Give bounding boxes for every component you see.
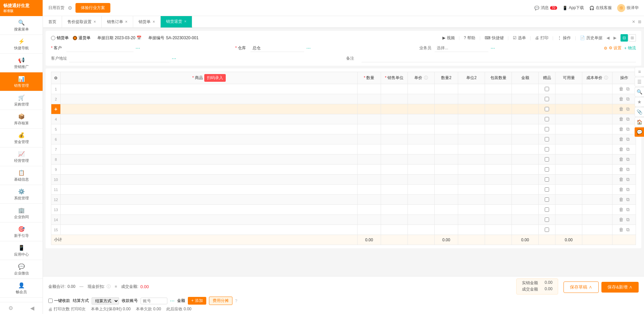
sidebar-item-sales[interactable]: 📊 销售管理 bbox=[0, 72, 43, 91]
row-1-price[interactable] bbox=[408, 84, 435, 94]
row-3-unit[interactable] bbox=[381, 104, 408, 114]
form-logistics-btn[interactable]: + 物流 bbox=[624, 45, 636, 51]
row-3-copy-icon[interactable]: ⧉ bbox=[626, 106, 630, 112]
staff-dots-btn[interactable]: ··· bbox=[490, 45, 495, 51]
row-9-copy-icon[interactable]: ⧉ bbox=[626, 167, 630, 172]
row-3-product[interactable] bbox=[61, 104, 358, 114]
row-10-delete-icon[interactable]: 🗑 bbox=[619, 177, 624, 182]
row-3-qty2[interactable] bbox=[435, 104, 458, 114]
sidebar-item-quicknav[interactable]: ⚡ 快捷导航 bbox=[0, 35, 43, 54]
sidebar-item-system[interactable]: ⚙️ 系统管理 bbox=[0, 185, 43, 204]
row-6-delete-icon[interactable]: 🗑 bbox=[619, 136, 624, 142]
sidebar-item-inventory[interactable]: 📦 库存核算 bbox=[0, 110, 43, 129]
row-1-amount[interactable] bbox=[512, 84, 539, 94]
row-2-product[interactable] bbox=[61, 94, 358, 104]
ribbon-item-4[interactable]: ★ bbox=[635, 97, 644, 107]
toolbar-ops-btn[interactable]: ⋮ 操作 bbox=[557, 35, 571, 41]
scan-input-btn[interactable]: 扫码录入 bbox=[204, 74, 226, 82]
row-15-copy-icon[interactable]: ⧉ bbox=[626, 227, 630, 233]
row-2-copy-icon[interactable]: ⧉ bbox=[626, 96, 630, 102]
row-11-delete-icon[interactable]: 🗑 bbox=[619, 187, 624, 192]
sidebar-item-wechat[interactable]: 💬 企业微信 bbox=[0, 260, 43, 279]
radio-return-input[interactable] bbox=[73, 36, 77, 40]
row-3-gift[interactable] bbox=[539, 104, 555, 114]
row-3-gift-check[interactable] bbox=[545, 107, 549, 111]
row-11-gift-check[interactable] bbox=[545, 187, 549, 192]
online-service-btn[interactable]: 🎧 在线客服 bbox=[589, 5, 612, 11]
row-4-copy-icon[interactable]: ⧉ bbox=[626, 116, 630, 122]
nav-next-icon[interactable]: ▶ bbox=[613, 36, 616, 40]
sidebar-item-finance[interactable]: 💰 资金管理 bbox=[0, 129, 43, 147]
form-settings-btn[interactable]: ⚙ ⚙ 设置 bbox=[604, 45, 622, 51]
row-13-copy-icon[interactable]: ⧉ bbox=[626, 207, 630, 212]
row-1-qty2[interactable] bbox=[435, 84, 458, 94]
row-11-copy-icon[interactable]: ⧉ bbox=[626, 187, 630, 192]
row-2-pkg[interactable] bbox=[485, 94, 512, 104]
warehouse-dots-btn[interactable]: ··· bbox=[306, 45, 311, 51]
row-14-gift-check[interactable] bbox=[545, 217, 549, 222]
row-12-copy-icon[interactable]: ⧉ bbox=[626, 197, 630, 202]
row-3-pkg[interactable] bbox=[485, 104, 512, 114]
row-13-gift-check[interactable] bbox=[545, 207, 549, 212]
row-1-unit2[interactable] bbox=[458, 84, 485, 94]
toolbar-select-btn[interactable]: ☑ 选单 bbox=[513, 35, 526, 41]
sidebar-item-apps[interactable]: 📱 应用中心 bbox=[0, 241, 43, 260]
row-7-copy-icon[interactable]: ⧉ bbox=[626, 146, 630, 152]
warehouse-input[interactable] bbox=[251, 44, 304, 52]
save-draft-btn[interactable]: 保存草稿 ∧ bbox=[564, 281, 599, 293]
row-1-gift[interactable] bbox=[539, 84, 555, 94]
sidebar-item-basic[interactable]: 📋 基础信息 bbox=[0, 166, 43, 185]
sidebar-item-search[interactable]: 🔍 搜索菜单 bbox=[0, 16, 43, 35]
row-14-delete-icon[interactable]: 🗑 bbox=[619, 217, 624, 223]
sidebar-item-member[interactable]: 👤 畅会员 bbox=[0, 279, 43, 298]
message-btn[interactable]: 💬 消息 70 bbox=[534, 5, 557, 11]
sidebar-item-operations[interactable]: 📈 经营管理 bbox=[0, 147, 43, 166]
save-new-btn[interactable]: 保存&新增 ∧ bbox=[601, 282, 639, 293]
expense-help-icon[interactable]: ? bbox=[235, 299, 237, 303]
user-btn[interactable]: 徐 徐泽华 bbox=[617, 4, 639, 12]
topbar-gear-icon[interactable]: ⚙ bbox=[68, 5, 72, 11]
row-7-gift-check[interactable] bbox=[545, 147, 549, 151]
collapse-icon[interactable]: ◀ bbox=[30, 305, 34, 311]
row-2-delete-icon[interactable]: 🗑 bbox=[619, 96, 624, 102]
row-15-gift-check[interactable] bbox=[545, 228, 549, 232]
sidebar-item-enterprise[interactable]: 🏢 企业协同 bbox=[0, 204, 43, 223]
ribbon-item-7[interactable]: 💬 bbox=[635, 127, 644, 137]
tab-home[interactable]: 首页 bbox=[43, 16, 62, 27]
view-card-btn[interactable]: ⊞ bbox=[629, 34, 636, 42]
row-3-delete-icon[interactable]: 🗑 bbox=[619, 106, 624, 112]
app-download-btn[interactable]: 📱 App下载 bbox=[562, 5, 584, 11]
row-3-qty[interactable] bbox=[358, 104, 381, 114]
ribbon-item-5[interactable]: 📎 bbox=[635, 107, 644, 117]
settle-method-select[interactable]: 结算方式 bbox=[92, 297, 119, 305]
row-1-delete-icon[interactable]: 🗑 bbox=[619, 86, 624, 92]
row-12-delete-icon[interactable]: 🗑 bbox=[619, 197, 624, 202]
row-14-copy-icon[interactable]: ⧉ bbox=[626, 217, 630, 223]
ribbon-item-6[interactable]: 🏠 bbox=[635, 117, 644, 127]
calendar-icon[interactable]: 📅 bbox=[137, 36, 142, 40]
row-2-unit[interactable] bbox=[381, 94, 408, 104]
row-5-gift-check[interactable] bbox=[545, 127, 549, 131]
expense-split-btn[interactable]: 费用分摊 bbox=[209, 297, 232, 305]
row-13-delete-icon[interactable]: 🗑 bbox=[619, 207, 624, 212]
row-15-delete-icon[interactable]: 🗑 bbox=[619, 227, 624, 233]
memo-input[interactable] bbox=[362, 55, 636, 62]
row-2-unit2[interactable] bbox=[458, 94, 485, 104]
row-8-gift-check[interactable] bbox=[545, 157, 549, 162]
row-5-copy-icon[interactable]: ⧉ bbox=[626, 126, 630, 132]
row-12-gift-check[interactable] bbox=[545, 197, 549, 202]
sidebar-item-marketing[interactable]: 📢 营销推广 bbox=[0, 54, 43, 72]
row-2-price[interactable] bbox=[408, 94, 435, 104]
add-payment-btn[interactable]: + 添加 bbox=[188, 297, 206, 305]
row-2-qty[interactable] bbox=[358, 94, 381, 104]
toolbar-shortcut-btn[interactable]: ⌨ 快捷键 bbox=[485, 35, 504, 41]
row-9-gift-check[interactable] bbox=[545, 167, 549, 172]
row-1-copy-icon[interactable]: ⧉ bbox=[626, 86, 630, 92]
row-6-gift-check[interactable] bbox=[545, 137, 549, 141]
row-6-copy-icon[interactable]: ⧉ bbox=[626, 136, 630, 142]
row-3-product-input[interactable] bbox=[63, 107, 355, 112]
customer-dots-btn[interactable]: ··· bbox=[136, 45, 140, 51]
experience-btn[interactable]: 体验行业方案 bbox=[75, 3, 110, 13]
costprice-help-icon[interactable]: ⓘ bbox=[604, 75, 608, 80]
address-dots-btn[interactable]: ··· bbox=[172, 56, 176, 62]
